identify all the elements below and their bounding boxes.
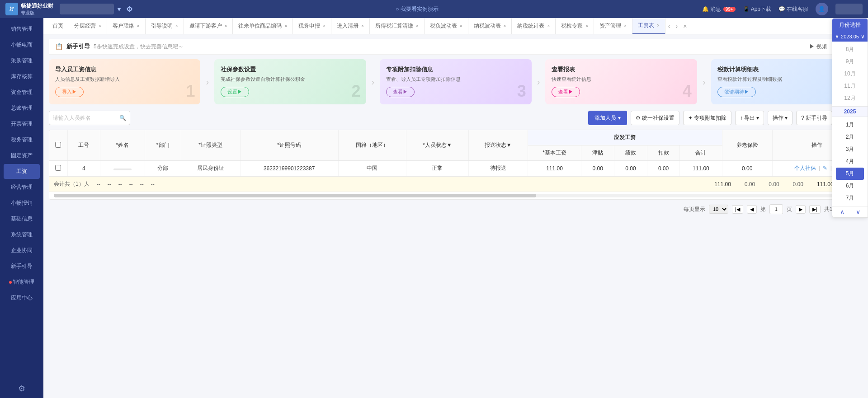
tab-close-clearance[interactable]: × [361, 23, 364, 28]
user-info[interactable] [835, 4, 863, 14]
sidebar-item-assets[interactable]: 固定资产 [4, 148, 40, 163]
month-item-5[interactable]: 5月 [836, 168, 864, 180]
sidebar-item-invoice[interactable]: 开票管理 [4, 117, 40, 131]
operation-btn[interactable]: 操作 ▾ [768, 111, 793, 125]
tab-layered[interactable]: 分层经营 × [69, 18, 107, 34]
hscroll-track[interactable] [54, 194, 858, 197]
sidebar-item-apps[interactable]: 应用中心 [4, 290, 40, 305]
month-item-6[interactable]: 6月 [832, 180, 868, 192]
export-btn[interactable]: ↑ 导出 ▾ [735, 111, 764, 125]
select-all-checkbox[interactable] [55, 142, 61, 148]
tab-tax-expert[interactable]: 税检专家 × [556, 18, 594, 34]
sidebar-item-collab[interactable]: 企业协同 [4, 243, 40, 258]
sidebar-item-purchase[interactable]: 采购管理 [4, 53, 40, 68]
report-filter-icon[interactable]: ▼ [506, 142, 512, 148]
sidebar-item-guide[interactable]: 新手引导 [4, 259, 40, 274]
month-item-11[interactable]: 11月 [832, 80, 868, 92]
month-scroll-up-btn[interactable]: ∧ [840, 208, 844, 215]
app-download-btn[interactable]: 📱 App下载 [743, 5, 771, 13]
tab-contact[interactable]: 客户联络 × [107, 18, 146, 34]
tab-tax-burden[interactable]: 税负波动表 × [425, 18, 468, 34]
sidebar-item-tax[interactable]: 税务管理 [4, 132, 40, 147]
social-security-btn[interactable]: ⚙ 统一社保设置 [631, 111, 679, 125]
step-btn-4[interactable]: 查看▶ [552, 87, 580, 97]
tab-close-tax-expert[interactable]: × [585, 23, 588, 28]
tab-prev-btn[interactable]: ‹ [665, 18, 673, 34]
op-edit[interactable]: ✎ [823, 165, 827, 171]
tab-close-tax-stat[interactable]: × [547, 23, 550, 28]
step-btn-2[interactable]: 设置▶ [221, 87, 249, 97]
messages-btn[interactable]: 🔔 消息 99+ [702, 5, 736, 13]
search-icon[interactable]: 🔍 [119, 115, 126, 121]
sidebar-item-system[interactable]: 系统管理 [4, 227, 40, 242]
sidebar-item-salary[interactable]: 工资 [4, 164, 40, 179]
sidebar-item-basic[interactable]: 基础信息 [4, 211, 40, 226]
online-service-btn[interactable]: 💬 在线客服 [778, 5, 808, 13]
page-next-btn[interactable]: ▶ [796, 205, 806, 214]
row-checkbox[interactable] [55, 165, 61, 171]
tab-tax-wave[interactable]: 纳税波动表 × [468, 18, 512, 34]
tab-close-asset[interactable]: × [624, 23, 627, 28]
add-person-btn[interactable]: 添加人员 ▾ [588, 111, 627, 125]
status-filter-icon[interactable]: ▼ [447, 142, 452, 148]
guide-video-link[interactable]: ▶ 视频 [809, 43, 827, 51]
month-scroll-down-btn[interactable]: ∨ [856, 208, 860, 215]
month-item-12[interactable]: 12月 [832, 92, 868, 104]
tab-close-contact[interactable]: × [137, 23, 140, 28]
tab-close-layered[interactable]: × [99, 23, 101, 28]
page-input[interactable] [769, 204, 783, 214]
sidebar-item-sales[interactable]: 销售管理 [4, 22, 40, 37]
tab-close-tax[interactable]: × [323, 23, 326, 28]
page-prev-btn[interactable]: ◀ [747, 205, 757, 214]
tab-income-tax[interactable]: 所得税汇算清缴 × [370, 18, 425, 34]
demo-label[interactable]: 我要看实例演示 [401, 5, 439, 13]
tab-close-salary[interactable]: × [657, 23, 660, 28]
company-selector[interactable] [60, 4, 114, 14]
sidebar-item-ecommerce[interactable]: 小畅电商 [4, 37, 40, 52]
tab-salary-table[interactable]: 工资表 × [632, 18, 665, 34]
special-deduction-btn[interactable]: ✦ 专项附加扣除 [683, 111, 731, 125]
tab-tax-filing[interactable]: 税务申报 × [293, 18, 331, 34]
tab-next-btn[interactable]: › [673, 18, 680, 34]
search-box[interactable]: 请输入人员姓名 🔍 [49, 111, 130, 125]
demo-area[interactable]: ○ 我要看实例演示 [396, 5, 439, 13]
tab-product-code[interactable]: 往来单位商品编码 × [233, 18, 293, 34]
step-btn-3[interactable]: 查看▶ [386, 87, 415, 97]
sidebar-item-expense[interactable]: 小畅报销 [4, 196, 40, 211]
sidebar-item-finance[interactable]: 资金管理 [4, 85, 40, 100]
step-btn-1[interactable]: 导入▶ [55, 87, 84, 97]
tab-close-product-code[interactable]: × [284, 23, 287, 28]
company-dropdown-icon[interactable]: ▾ [118, 6, 121, 13]
month-item-1[interactable]: 1月 [832, 119, 868, 131]
sidebar-item-inventory[interactable]: 库存核算 [4, 69, 40, 84]
month-item-8[interactable]: 8月 [832, 43, 868, 56]
tab-tax-stat[interactable]: 纳税统计表 × [512, 18, 556, 34]
step-btn-5[interactable]: 敬请期待▶ [717, 87, 756, 97]
month-item-9[interactable]: 9月 [832, 56, 868, 68]
month-next-year-btn[interactable]: ∨ [861, 33, 865, 40]
tab-close-tax-wave[interactable]: × [504, 23, 506, 28]
tab-close-invite[interactable]: × [225, 23, 227, 28]
tab-close-tax-burden[interactable]: × [460, 23, 462, 28]
month-item-10[interactable]: 10月 [832, 68, 868, 80]
tab-close-income-tax[interactable]: × [416, 23, 419, 28]
tab-home[interactable]: 首页 [47, 18, 69, 34]
tab-guide-intro[interactable]: 引导说明 × [146, 18, 184, 34]
tab-invite[interactable]: 邀请下游客户 × [184, 18, 233, 34]
tab-asset-mgmt[interactable]: 资产管理 × [594, 18, 632, 34]
sidebar-item-ai[interactable]: 智能管理 [4, 275, 40, 290]
tab-close-guide[interactable]: × [175, 23, 178, 28]
page-last-btn[interactable]: ▶| [809, 205, 821, 214]
tab-clearance[interactable]: 进入清册 × [331, 18, 370, 34]
settings-icon[interactable]: ⚙ [126, 5, 132, 14]
tab-close-all-btn[interactable]: × [680, 18, 689, 34]
sidebar-item-ledger[interactable]: 总账管理 [4, 101, 40, 116]
month-item-7[interactable]: 7月 [832, 192, 868, 204]
month-item-3[interactable]: 3月 [832, 143, 868, 155]
month-item-4[interactable]: 4月 [832, 155, 868, 168]
op-social[interactable]: 个人社保 [794, 165, 816, 171]
month-item-2[interactable]: 2月 [832, 131, 868, 143]
newbie-guide-btn[interactable]: ? 新手引导 [796, 111, 832, 125]
per-page-select[interactable]: 10 20 50 [709, 205, 728, 214]
page-first-btn[interactable]: |◀ [732, 205, 743, 214]
